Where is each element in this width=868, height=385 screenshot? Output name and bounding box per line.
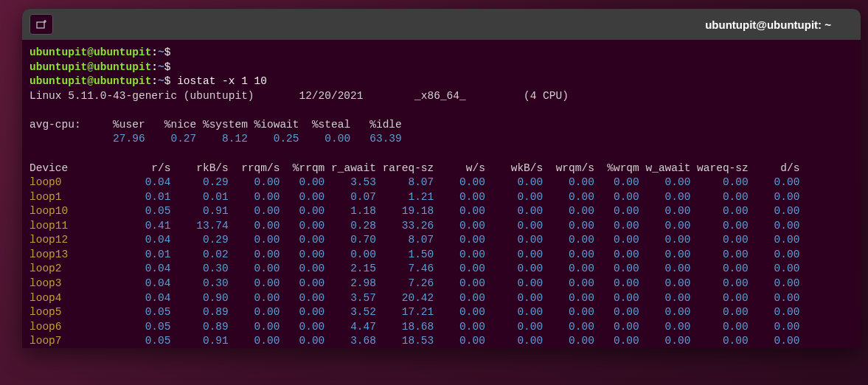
prompt-user: ubuntupit@ubuntupit bbox=[29, 75, 151, 87]
device-value: 33.26 bbox=[376, 220, 434, 232]
device-name: loop13 bbox=[29, 249, 113, 260]
device-value: 0.00 bbox=[749, 292, 800, 304]
device-value: 0.00 bbox=[543, 176, 594, 188]
cpu-values-row: 27.96 0.27 8.12 0.25 0.00 63.39 bbox=[29, 132, 853, 147]
device-value: 0.00 bbox=[639, 249, 691, 260]
device-row: loop13 0.01 0.02 0.00 0.00 0.00 1.50 0.0… bbox=[29, 248, 853, 263]
device-value: 0.00 bbox=[485, 292, 543, 304]
device-value: 0.29 bbox=[170, 176, 228, 188]
device-name: loop6 bbox=[29, 321, 113, 333]
device-value: 0.00 bbox=[594, 263, 639, 274]
cpu-header: %nice bbox=[145, 119, 197, 131]
prompt-dollar: $ bbox=[164, 46, 171, 58]
device-value: 0.00 bbox=[639, 277, 691, 289]
cpu-header: %steal bbox=[299, 119, 351, 131]
device-value: 0.00 bbox=[434, 292, 485, 304]
device-value: 0.00 bbox=[434, 220, 485, 232]
device-header: w_await bbox=[639, 162, 691, 174]
device-value: 0.00 bbox=[229, 176, 280, 188]
device-value: 0.00 bbox=[229, 335, 280, 347]
device-value: 0.30 bbox=[170, 263, 228, 274]
device-value: 0.00 bbox=[749, 277, 800, 289]
device-name: loop5 bbox=[29, 306, 113, 318]
device-name: loop11 bbox=[29, 220, 113, 232]
new-tab-button[interactable] bbox=[29, 14, 53, 35]
device-value: 0.00 bbox=[543, 335, 594, 347]
device-header: rrqm/s bbox=[229, 162, 280, 174]
device-name: loop0 bbox=[29, 176, 113, 188]
device-value: 0.00 bbox=[229, 234, 280, 246]
device-value: 0.00 bbox=[749, 249, 800, 260]
cpu-value: 63.39 bbox=[350, 133, 402, 145]
device-value: 4.47 bbox=[324, 321, 376, 333]
device-value: 0.00 bbox=[639, 220, 691, 232]
device-value: 0.00 bbox=[543, 220, 594, 232]
device-value: 0.00 bbox=[749, 321, 800, 333]
device-value: 0.00 bbox=[749, 220, 800, 232]
device-value: 0.00 bbox=[229, 249, 280, 260]
device-value: 0.02 bbox=[170, 249, 228, 260]
device-name: loop12 bbox=[29, 234, 113, 246]
terminal-body[interactable]: ubuntupit@ubuntupit:~$ ubuntupit@ubuntup… bbox=[22, 40, 861, 348]
device-value: 0.00 bbox=[280, 249, 324, 260]
device-value: 0.05 bbox=[113, 205, 170, 217]
cpu-header: %system bbox=[196, 119, 248, 131]
device-value: 0.04 bbox=[113, 277, 170, 289]
device-row: loop1 0.01 0.01 0.00 0.00 0.07 1.21 0.00… bbox=[29, 190, 853, 205]
device-value: 0.04 bbox=[113, 292, 170, 304]
window-title: ubuntupit@ubuntupit: ~ bbox=[705, 18, 853, 31]
device-value: 0.00 bbox=[229, 321, 280, 333]
prompt-dollar: $ bbox=[164, 75, 171, 87]
device-value: 0.00 bbox=[434, 277, 485, 289]
device-header: w/s bbox=[434, 162, 485, 174]
blank-line bbox=[29, 103, 853, 118]
device-value: 0.00 bbox=[543, 249, 594, 260]
device-value: 0.00 bbox=[690, 321, 748, 333]
device-value: 0.00 bbox=[690, 249, 748, 260]
device-value: 0.00 bbox=[280, 234, 324, 246]
device-value: 0.05 bbox=[113, 335, 170, 347]
device-value: 0.00 bbox=[229, 277, 280, 289]
device-value: 0.00 bbox=[639, 321, 691, 333]
device-value: 0.00 bbox=[639, 234, 691, 246]
device-value: 0.00 bbox=[639, 176, 691, 188]
device-value: 0.01 bbox=[170, 191, 228, 203]
device-value: 0.00 bbox=[229, 191, 280, 203]
device-value: 0.00 bbox=[434, 335, 485, 347]
device-value: 0.00 bbox=[485, 321, 543, 333]
device-value: 0.00 bbox=[280, 220, 324, 232]
device-header: r_await bbox=[324, 162, 376, 174]
device-value: 0.00 bbox=[639, 263, 691, 274]
device-value: 1.21 bbox=[376, 191, 434, 203]
device-value: 0.00 bbox=[690, 292, 748, 304]
device-value: 0.00 bbox=[639, 306, 691, 318]
device-value: 7.26 bbox=[376, 277, 434, 289]
device-value: 0.00 bbox=[229, 205, 280, 217]
device-value: 0.05 bbox=[113, 306, 170, 318]
svg-rect-0 bbox=[37, 22, 44, 28]
device-value: 19.18 bbox=[376, 205, 434, 217]
device-value: 0.00 bbox=[543, 263, 594, 274]
device-value: 7.46 bbox=[376, 263, 434, 274]
cpu-header: %iowait bbox=[248, 119, 299, 131]
device-value: 0.00 bbox=[749, 335, 800, 347]
cpu-value: 0.25 bbox=[248, 133, 299, 145]
device-value: 0.00 bbox=[280, 277, 324, 289]
prompt-dollar: $ bbox=[164, 61, 171, 73]
device-value: 3.57 bbox=[324, 292, 376, 304]
device-value: 0.91 bbox=[170, 205, 228, 217]
device-value: 0.00 bbox=[690, 220, 748, 232]
device-value: 0.00 bbox=[639, 191, 691, 203]
device-value: 0.00 bbox=[280, 263, 324, 274]
device-value: 0.00 bbox=[639, 205, 691, 217]
device-value: 0.00 bbox=[434, 306, 485, 318]
titlebar: ubuntupit@ubuntupit: ~ bbox=[22, 9, 861, 40]
device-value: 0.00 bbox=[485, 205, 543, 217]
prompt-colon: : bbox=[151, 46, 158, 58]
device-value: 0.00 bbox=[280, 335, 324, 347]
device-value: 0.00 bbox=[594, 306, 639, 318]
device-value: 0.04 bbox=[113, 263, 170, 274]
device-value: 0.00 bbox=[485, 220, 543, 232]
device-value: 0.04 bbox=[113, 176, 170, 188]
device-name: loop7 bbox=[29, 335, 113, 347]
